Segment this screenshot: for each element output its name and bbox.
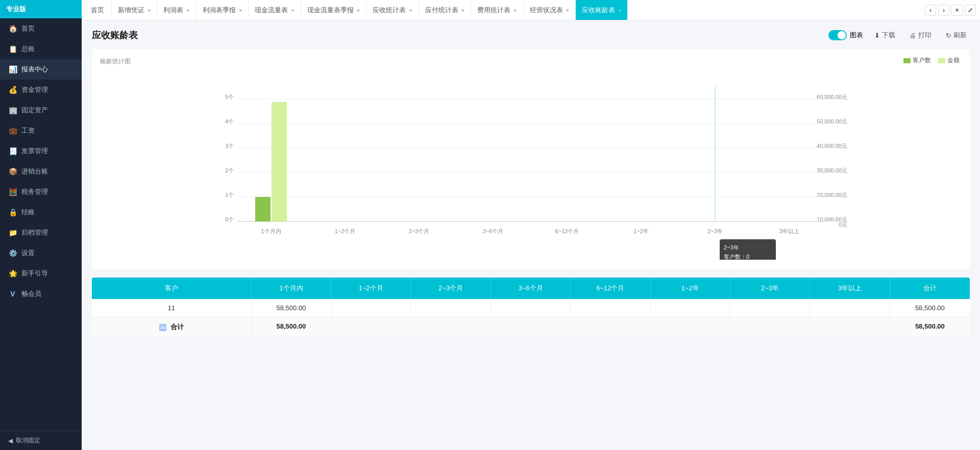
total-icon: Ai: [159, 324, 166, 331]
tab-recv-stat-close[interactable]: ×: [409, 7, 412, 13]
sidebar-item-home[interactable]: 🏠 首页: [0, 18, 82, 39]
download-icon: ⬇: [874, 32, 880, 39]
sidebar-item-invoice[interactable]: 🧾 发票管理: [0, 141, 82, 161]
sidebar-item-ledger[interactable]: 📋 总账: [0, 39, 82, 59]
page-title: 应收账龄表: [92, 29, 138, 41]
tab-expense-stat-label: 费用统计表: [477, 6, 510, 15]
total-m23: [411, 317, 491, 337]
total-m36: [491, 317, 571, 337]
bar-amount-0: [272, 102, 287, 221]
tab-profit-q-close[interactable]: ×: [239, 7, 242, 13]
sidebar-item-assets[interactable]: 🏢 固定资产: [0, 100, 82, 120]
tab-expense-stat[interactable]: 费用统计表 ×: [471, 0, 523, 20]
sidebar-label-salary: 工资: [21, 126, 35, 135]
svg-text:0个: 0个: [225, 216, 234, 222]
svg-text:1个: 1个: [225, 192, 234, 198]
tab-voucher-close[interactable]: ×: [148, 7, 151, 13]
tab-biz-stat[interactable]: 经营状况表 ×: [524, 0, 576, 20]
tab-profit-close[interactable]: ×: [186, 7, 189, 13]
sidebar-item-guide[interactable]: 🌟 新手引导: [0, 263, 82, 284]
col-m12: 1~2个月: [331, 278, 411, 299]
home-icon: 🏠: [8, 24, 17, 33]
sidebar-label-tax: 税务管理: [21, 187, 48, 196]
tab-aging[interactable]: 应收账龄表 ×: [576, 0, 628, 20]
col-m612: 6~12个月: [571, 278, 650, 299]
guide-icon: 🌟: [8, 269, 17, 278]
total-y23: [730, 317, 810, 337]
bar-customer-0: [255, 197, 271, 221]
sidebar-item-reports[interactable]: 📊 报表中心: [0, 59, 82, 80]
sidebar-item-vip[interactable]: V 畅会员: [0, 284, 82, 304]
total-m612: [571, 317, 650, 337]
row-y12: [651, 299, 730, 317]
legend-amount: 金额: [938, 56, 960, 65]
download-button[interactable]: ⬇ 下载: [871, 29, 898, 42]
tab-pay-stat[interactable]: 应付统计表 ×: [419, 0, 471, 20]
salary-icon: 💼: [8, 127, 17, 135]
chart-container: 账龄统计图 客户数 金额 5个 4个 3个 2个 1个: [92, 49, 970, 269]
tab-cashflow[interactable]: 现金流量表 ×: [249, 0, 301, 20]
tab-pay-stat-close[interactable]: ×: [461, 7, 464, 13]
tab-voucher[interactable]: 新增凭证 ×: [112, 0, 157, 20]
chart-toggle[interactable]: [828, 30, 847, 40]
tabs-navigation: ‹ › × ⤢: [925, 5, 978, 16]
tab-home[interactable]: 首页: [84, 0, 112, 20]
ledger-icon: 📋: [8, 45, 17, 53]
svg-text:0元: 0元: [839, 221, 847, 228]
col-y23: 2~3年: [730, 278, 810, 299]
refresh-label: 刷新: [953, 31, 967, 40]
total-customer: Ai 合计: [92, 317, 252, 337]
legend-customer-label: 客户数: [913, 56, 931, 65]
tab-cashflow-label: 现金流量表: [255, 6, 288, 15]
refresh-button[interactable]: ↻ 刷新: [943, 29, 970, 42]
tab-cashflow-close[interactable]: ×: [291, 7, 294, 13]
total-m12: [331, 317, 411, 337]
svg-text:1~2年: 1~2年: [633, 228, 649, 234]
legend-amount-color: [938, 58, 945, 63]
svg-text:1个月内: 1个月内: [261, 228, 281, 234]
sidebar-label-funds: 资金管理: [21, 85, 48, 94]
refresh-icon: ↻: [946, 32, 951, 39]
legend-amount-label: 金额: [947, 56, 960, 65]
sidebar-item-salary[interactable]: 💼 工资: [0, 120, 82, 141]
total-label: 合计: [170, 323, 184, 331]
tab-next-button[interactable]: ›: [938, 5, 949, 16]
print-button[interactable]: 🖨 打印: [906, 29, 935, 42]
tab-expense-stat-close[interactable]: ×: [513, 7, 517, 13]
tab-biz-stat-close[interactable]: ×: [566, 7, 569, 13]
tab-profit-q[interactable]: 利润表季报 ×: [197, 0, 249, 20]
tab-aging-label: 应收账龄表: [582, 6, 615, 15]
sidebar-item-archive[interactable]: 📁 归档管理: [0, 222, 82, 243]
tab-voucher-label: 新增凭证: [118, 6, 144, 15]
chart-svg: 5个 4个 3个 2个 1个 0个 60,000.00元 50,000.00元 …: [100, 71, 962, 260]
svg-text:1~2个月: 1~2个月: [335, 228, 356, 234]
sidebar-label-reports: 报表中心: [21, 65, 48, 74]
total-y12: [651, 317, 730, 337]
tab-profit-q-label: 利润表季报: [203, 6, 236, 15]
tab-cashflow-q-close[interactable]: ×: [357, 7, 360, 13]
tab-maximize-button[interactable]: ⤢: [965, 5, 976, 16]
col-y3plus: 3年以上: [810, 278, 890, 299]
tab-profit-label: 利润表: [163, 6, 183, 15]
tab-profit[interactable]: 利润表 ×: [157, 0, 196, 20]
tab-close-all-button[interactable]: ×: [951, 5, 963, 16]
svg-text:3个: 3个: [225, 143, 234, 149]
col-m23: 2~3个月: [411, 278, 491, 299]
tab-prev-button[interactable]: ‹: [925, 5, 936, 16]
sidebar-item-settings[interactable]: ⚙️ 设置: [0, 243, 82, 263]
invoice-icon: 🧾: [8, 147, 17, 155]
assets-icon: 🏢: [8, 106, 17, 114]
sidebar-item-tax[interactable]: 🧮 税务管理: [0, 182, 82, 202]
svg-text:3~6个月: 3~6个月: [483, 228, 504, 234]
sidebar-item-closing[interactable]: 🔒 结账: [0, 202, 82, 222]
sidebar-item-purchase[interactable]: 📦 进销台账: [0, 161, 82, 182]
chart-title: 账龄统计图: [100, 57, 962, 66]
sidebar-collapse[interactable]: ◀ 取消固定: [0, 431, 82, 450]
col-m36: 3~6个月: [491, 278, 571, 299]
sidebar-item-funds[interactable]: 💰 资金管理: [0, 80, 82, 100]
tab-cashflow-q[interactable]: 现金流量表季报 ×: [301, 0, 366, 20]
sidebar-label-invoice: 发票管理: [21, 146, 48, 156]
tab-aging-close[interactable]: ×: [618, 7, 621, 13]
tab-recv-stat[interactable]: 应收统计表 ×: [366, 0, 419, 20]
col-total: 合计: [890, 278, 970, 299]
